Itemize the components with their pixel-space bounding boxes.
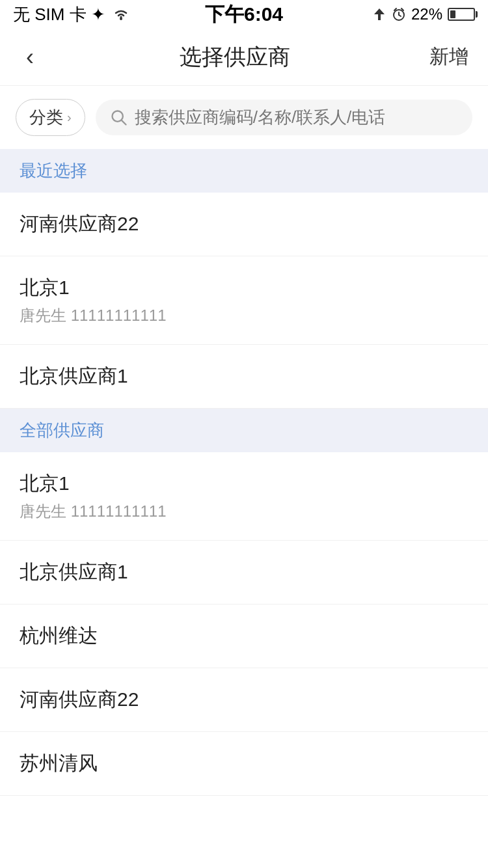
item-sub: 唐先生 11111111111 (20, 305, 468, 326)
item-sub: 唐先生 11111111111 (20, 501, 468, 522)
battery-percent: 22% (411, 5, 442, 23)
item-name: 北京1 (20, 470, 468, 497)
status-right: 22% (372, 5, 475, 23)
category-filter[interactable]: 分类 › (16, 99, 85, 136)
item-name: 苏州清风 (20, 750, 468, 777)
all-list: 北京1唐先生 11111111111北京供应商1杭州维达河南供应商22苏州清风 (0, 452, 488, 796)
alarm-icon (392, 7, 406, 21)
chevron-right-icon: › (67, 110, 72, 125)
list-item[interactable]: 河南供应商22 (0, 193, 488, 256)
svg-line-5 (122, 120, 126, 124)
list-item[interactable]: 北京1唐先生 11111111111 (0, 256, 488, 345)
battery-icon (448, 8, 475, 21)
item-name: 河南供应商22 (20, 686, 468, 713)
back-button[interactable]: ‹ (20, 37, 40, 77)
recent-section-header: 最近选择 (0, 149, 488, 193)
svg-point-0 (120, 18, 122, 20)
filter-bar: 分类 › (0, 86, 488, 149)
status-bar: 无 SIM 卡 ✦ 下午6:04 22% (0, 0, 488, 29)
item-name: 北京1 (20, 275, 468, 301)
sim-status: 无 SIM 卡 ✦ (13, 3, 105, 26)
list-item[interactable]: 北京供应商1 (0, 345, 488, 409)
list-item[interactable]: 杭州维达 (0, 604, 488, 668)
list-item[interactable]: 河南供应商22 (0, 668, 488, 732)
page-title: 选择供应商 (180, 42, 290, 72)
search-input[interactable] (135, 107, 458, 128)
list-item[interactable]: 苏州清风 (0, 732, 488, 796)
new-button[interactable]: 新增 (429, 44, 468, 70)
status-left: 无 SIM 卡 ✦ (13, 3, 130, 26)
status-time: 下午6:04 (205, 1, 283, 28)
list-item[interactable]: 北京供应商1 (0, 541, 488, 604)
location-icon (372, 7, 386, 21)
search-box[interactable] (96, 100, 472, 135)
wifi-icon (112, 8, 130, 21)
item-name: 杭州维达 (20, 623, 468, 649)
all-section-header: 全部供应商 (0, 409, 488, 452)
item-name: 北京供应商1 (20, 559, 468, 586)
recent-list: 河南供应商22北京1唐先生 11111111111北京供应商1 (0, 193, 488, 409)
svg-line-3 (399, 15, 401, 16)
nav-bar: ‹ 选择供应商 新增 (0, 29, 488, 86)
item-name: 河南供应商22 (20, 211, 468, 237)
category-label: 分类 (29, 106, 63, 129)
item-name: 北京供应商1 (20, 363, 468, 390)
search-icon (110, 109, 128, 127)
list-item[interactable]: 北京1唐先生 11111111111 (0, 452, 488, 541)
